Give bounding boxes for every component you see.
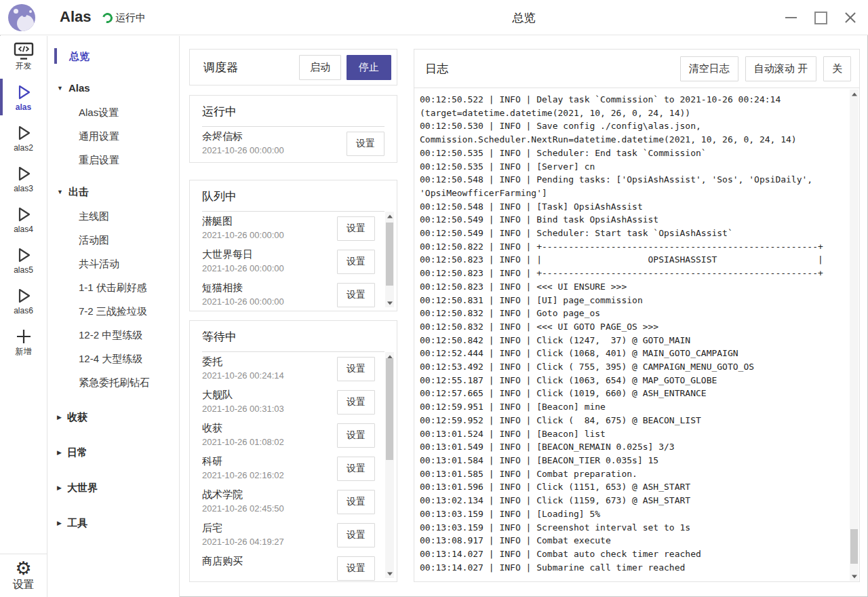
log-line: 00:12:50.535 | INFO | Scheduler: End tas… bbox=[420, 147, 846, 160]
nav-item[interactable]: 活动图 bbox=[47, 228, 179, 252]
sidebar-item-label: alas5 bbox=[14, 265, 33, 275]
log-scrollbar[interactable] bbox=[850, 90, 859, 581]
nav-item[interactable]: 1-1 伏击刷好感 bbox=[47, 275, 179, 299]
nav-item-label: 收获 bbox=[67, 411, 87, 423]
log-line: 00:12:50.548 | INFO | Pending tasks: ['O… bbox=[420, 173, 846, 187]
nav-item-label: 重启设置 bbox=[79, 154, 119, 166]
task-setting-button[interactable]: 设置 bbox=[347, 132, 384, 156]
task-setting-button[interactable]: 设置 bbox=[337, 390, 375, 415]
log-line: 00:12:50.530 | INFO | Save config ./conf… bbox=[420, 119, 846, 133]
log-line: 00:12:50.832 | INFO | <<< UI GOTO PAGE_O… bbox=[420, 320, 846, 334]
stop-button[interactable]: 停止 bbox=[347, 55, 391, 80]
clear-log-button[interactable]: 清空日志 bbox=[680, 56, 738, 81]
waiting-scrollbar[interactable] bbox=[385, 352, 394, 578]
task-setting-button[interactable]: 设置 bbox=[337, 216, 375, 241]
start-button[interactable]: 启动 bbox=[299, 55, 341, 80]
sidebar-item-settings[interactable]: ⚙ 设置 bbox=[0, 554, 47, 597]
nav-item[interactable]: 7-2 三战捡垃圾 bbox=[47, 299, 179, 323]
task-setting-button[interactable]: 设置 bbox=[337, 283, 375, 307]
sidebar-item-alas6[interactable]: alas6 bbox=[0, 280, 47, 321]
log-line: 00:13:01.585 | INFO | Combat preparation… bbox=[420, 467, 846, 481]
pending-task-list: 潜艇图 2021-10-26 00:00:00 设置 大世界每日 2021-10… bbox=[202, 212, 384, 312]
expand-arrow-icon: ▶ bbox=[57, 517, 62, 530]
sidebar-item-alas4[interactable]: alas4 bbox=[0, 199, 47, 239]
sidebar-item-add[interactable]: 新增 bbox=[0, 321, 47, 362]
maximize-button[interactable] bbox=[806, 3, 835, 33]
nav-item[interactable]: 紧急委托刷钻石 bbox=[47, 370, 179, 394]
nav-item-label: 7-2 三战捡垃圾 bbox=[79, 305, 147, 317]
scrollbar-thumb[interactable] bbox=[850, 529, 858, 564]
nav-item[interactable]: 重启设置 bbox=[47, 148, 179, 172]
nav-item-label: Alas bbox=[68, 82, 90, 94]
scrollbar-thumb[interactable] bbox=[386, 358, 393, 460]
autoscroll-off-button[interactable]: 关 bbox=[823, 56, 851, 81]
play-icon bbox=[14, 123, 33, 142]
task-item: 委托 2021-10-26 00:24:14 设置 bbox=[202, 352, 384, 385]
sidebar-item-label: alas bbox=[16, 102, 31, 112]
log-line: 00:12:53.492 | INFO | Click ( 755, 395) … bbox=[420, 360, 846, 374]
nav-item[interactable]: ▶大世界 bbox=[47, 476, 179, 500]
sidebar-item-label: alas6 bbox=[14, 306, 33, 315]
waiting-task-list: 委托 2021-10-26 00:24:14 设置 大舰队 2021-10-26… bbox=[202, 352, 384, 583]
sidebar-item-label: alas2 bbox=[14, 143, 33, 153]
nav-item[interactable]: 12-4 大型练级 bbox=[47, 347, 179, 370]
task-item: 科研 2021-10-26 02:16:02 设置 bbox=[202, 452, 384, 485]
scroll-up-arrow[interactable] bbox=[850, 90, 859, 98]
alas-logo-icon bbox=[8, 4, 35, 31]
scroll-down-arrow[interactable] bbox=[385, 569, 394, 578]
scroll-down-arrow[interactable] bbox=[385, 298, 394, 307]
pending-title: 队列中 bbox=[202, 189, 384, 212]
sidebar-item-alas3[interactable]: alas3 bbox=[0, 158, 47, 199]
task-setting-button[interactable]: 设置 bbox=[337, 523, 375, 547]
scrollbar-thumb[interactable] bbox=[386, 223, 393, 286]
nav-item[interactable]: 通用设置 bbox=[47, 124, 179, 148]
scheduler-title: 调度器 bbox=[203, 60, 238, 75]
sidebar-item-alas5[interactable]: alas5 bbox=[0, 239, 47, 280]
log-line: 00:13:01.584 | INFO | [BEACON_TIER 0.035… bbox=[420, 454, 846, 467]
scroll-down-arrow[interactable] bbox=[850, 572, 859, 581]
task-setting-button[interactable]: 设置 bbox=[337, 490, 375, 514]
nav-item[interactable]: ▶收获 bbox=[47, 405, 179, 429]
nav-item[interactable]: 共斗活动 bbox=[47, 252, 179, 275]
task-setting-button[interactable]: 设置 bbox=[337, 556, 375, 581]
nav-item-label: 主线图 bbox=[79, 210, 109, 222]
task-setting-button[interactable]: 设置 bbox=[337, 423, 375, 448]
close-button[interactable] bbox=[835, 3, 865, 33]
nav-item-label: 紧急委托刷钻石 bbox=[79, 377, 150, 388]
code-monitor-icon bbox=[14, 42, 34, 60]
nav-item[interactable]: ▼Alas bbox=[47, 76, 179, 100]
play-icon bbox=[14, 83, 33, 102]
task-setting-button[interactable]: 设置 bbox=[337, 457, 375, 481]
log-line: Commission.Scheduler.NextRun=datetime.da… bbox=[420, 133, 846, 147]
log-panel: 日志 清空日志 自动滚动 开 关 00:12:50.522 | INFO | D… bbox=[414, 49, 860, 582]
nav-item[interactable]: 总览 bbox=[47, 44, 179, 68]
log-line: 00:12:50.549 | INFO | Bind task OpsiAshA… bbox=[420, 213, 846, 227]
log-line: 00:13:14.027 | INFO | Combat auto check … bbox=[420, 547, 846, 561]
minimize-button[interactable] bbox=[776, 3, 806, 33]
log-line: 00:12:57.665 | INFO | Click (1019, 660) … bbox=[420, 387, 846, 400]
pending-scrollbar[interactable] bbox=[385, 212, 394, 307]
expand-arrow-icon: ▼ bbox=[57, 186, 63, 199]
sidebar-item-dev[interactable]: 开发 bbox=[0, 36, 47, 77]
task-setting-button[interactable]: 设置 bbox=[337, 250, 375, 274]
nav-item[interactable]: 主线图 bbox=[47, 204, 179, 228]
nav-item[interactable]: ▶日常 bbox=[47, 440, 179, 465]
nav-item[interactable]: Alas设置 bbox=[47, 100, 179, 124]
scroll-up-arrow[interactable] bbox=[385, 212, 394, 220]
autoscroll-on-button[interactable]: 自动滚动 开 bbox=[745, 56, 816, 81]
titlebar: Alas 运行中 总览 bbox=[0, 0, 868, 35]
nav-item-label: 日常 bbox=[67, 446, 87, 458]
nav-item-label: 工具 bbox=[67, 517, 87, 528]
log-line: 00:12:52.444 | INFO | Click (1068, 401) … bbox=[420, 347, 846, 360]
expand-arrow-icon: ▼ bbox=[57, 82, 63, 95]
sidebar-item-alas2[interactable]: alas2 bbox=[0, 117, 47, 158]
nav-item[interactable]: ▼出击 bbox=[47, 180, 179, 204]
task-item: 大世界每日 2021-10-26 00:00:00 设置 bbox=[202, 245, 384, 278]
nav-item[interactable]: 12-2 中型练级 bbox=[47, 323, 179, 347]
sidebar-item-label: 新增 bbox=[16, 347, 32, 356]
task-item: 后宅 2021-10-26 04:19:27 设置 bbox=[202, 518, 384, 552]
sidebar-item-alas[interactable]: alas bbox=[0, 77, 47, 117]
waiting-title: 等待中 bbox=[202, 329, 384, 352]
nav-item[interactable]: ▶工具 bbox=[47, 511, 179, 535]
task-setting-button[interactable]: 设置 bbox=[337, 357, 375, 381]
